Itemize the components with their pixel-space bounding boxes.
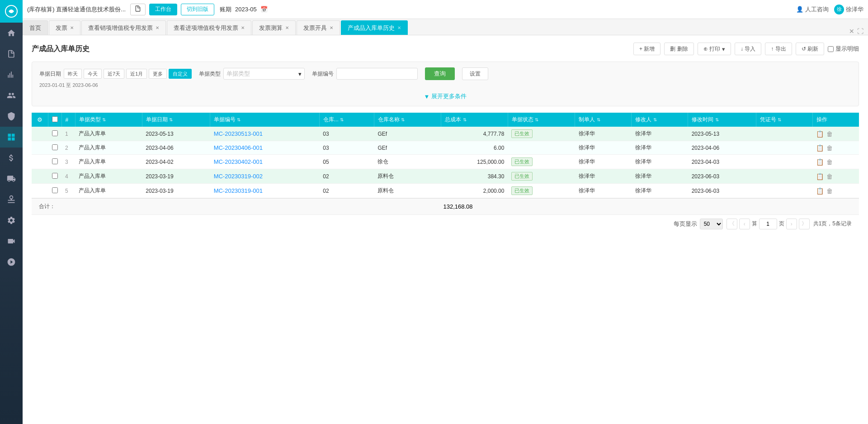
cell-number[interactable]: MC-20230513-001 — [210, 127, 320, 141]
delete-icon[interactable]: 🗑 — [826, 158, 833, 166]
delete-icon[interactable]: 🗑 — [826, 144, 833, 152]
number-link[interactable]: MC-20230406-001 — [214, 144, 263, 151]
col-warehouse-name[interactable]: 仓库名称 ⇅ — [374, 113, 441, 127]
tab-invoice-calc[interactable]: 发票测算 ✕ — [252, 20, 296, 35]
sidebar-item-home[interactable] — [0, 23, 23, 43]
tab-close-all-icon[interactable]: ✕ — [849, 28, 854, 35]
delete-icon[interactable]: 🗑 — [826, 130, 833, 138]
import-button[interactable]: ↓ 导入 — [735, 43, 761, 55]
delete-icon[interactable]: 🗑 — [826, 173, 833, 180]
number-link[interactable]: MC-20230402-001 — [214, 158, 263, 165]
cell-number[interactable]: MC-20230406-001 — [210, 141, 320, 155]
date-btn-more[interactable]: 更多 — [149, 69, 167, 79]
sidebar-item-shield[interactable] — [0, 106, 23, 127]
sidebar-item-warehouse[interactable] — [0, 168, 23, 189]
show-detail-toggle[interactable]: 显示明细 — [828, 45, 859, 53]
tab-invoice-open-close[interactable]: ✕ — [330, 25, 333, 30]
cell-checkbox[interactable] — [48, 155, 61, 169]
filter-setting-button[interactable]: 设置 — [462, 67, 488, 80]
date-btn-today[interactable]: 今天 — [84, 69, 102, 79]
query-button[interactable]: 查询 — [425, 67, 455, 80]
number-input[interactable] — [336, 68, 418, 80]
col-modify-time[interactable]: 修改时间 ⇅ — [688, 113, 756, 127]
sidebar-item-grid[interactable] — [0, 127, 23, 148]
col-voucher[interactable]: 凭证号 ⇅ — [756, 113, 812, 127]
help-link[interactable]: 👤 人工咨询 — [796, 5, 829, 14]
sidebar-item-people[interactable] — [0, 85, 23, 106]
sidebar-item-chart[interactable] — [0, 64, 23, 85]
tab-sales-vat-close[interactable]: ✕ — [156, 25, 159, 30]
tab-home[interactable]: 首页 — [23, 20, 48, 35]
workbench-button[interactable]: 工作台 — [149, 4, 177, 15]
edit-icon[interactable]: 📋 — [816, 173, 824, 180]
col-warehouse-code[interactable]: 仓库... ⇅ — [319, 113, 374, 127]
sidebar-item-gear[interactable] — [0, 210, 23, 231]
cell-checkbox[interactable] — [48, 184, 61, 198]
calendar-icon[interactable]: 📅 — [260, 6, 268, 13]
delete-button[interactable]: 删 删除 — [664, 43, 693, 55]
user-menu[interactable]: 徐 徐泽华 — [834, 5, 863, 14]
number-link[interactable]: MC-20230513-001 — [214, 130, 263, 137]
doc-icon-btn[interactable] — [130, 4, 146, 15]
tab-invoice-open[interactable]: 发票开具 ✕ — [297, 20, 340, 35]
edit-icon[interactable]: 📋 — [816, 130, 824, 138]
tab-sales-vat[interactable]: 查看销项增值税专用发票 ✕ — [81, 20, 166, 35]
row-checkbox[interactable] — [52, 158, 58, 164]
number-link[interactable]: MC-20230319-001 — [214, 187, 263, 194]
sidebar-item-money[interactable] — [0, 148, 23, 168]
tab-purchase-vat[interactable]: 查看进项增值税专用发票 ✕ — [167, 20, 251, 35]
company-selector[interactable]: (库存核算) 直播轻途通信息技术股份... ▾ — [27, 5, 127, 14]
col-type[interactable]: 单据类型 ⇅ — [75, 113, 142, 127]
show-detail-checkbox[interactable] — [828, 46, 834, 52]
col-number[interactable]: 单据编号 ⇅ — [210, 113, 320, 127]
type-select[interactable]: 单据类型 ▾ — [223, 68, 305, 80]
sidebar-item-version[interactable] — [0, 252, 23, 272]
tab-expand-icon[interactable]: ⛶ — [857, 28, 863, 35]
date-btn-custom[interactable]: 自定义 — [169, 69, 192, 79]
cell-checkbox[interactable] — [48, 141, 61, 155]
col-modifier[interactable]: 修改人 ⇅ — [632, 113, 688, 127]
switch-old-button[interactable]: 切到旧版 — [181, 4, 214, 15]
select-all-checkbox[interactable] — [52, 116, 58, 122]
sidebar-item-video[interactable] — [0, 231, 23, 252]
tab-purchase-vat-close[interactable]: ✕ — [241, 25, 245, 30]
refresh-button[interactable]: ↺ 刷新 — [796, 43, 824, 55]
col-creator[interactable]: 制单人 ⇅ — [575, 113, 632, 127]
new-button[interactable]: + 新增 — [633, 43, 660, 55]
tab-invoice[interactable]: 发票 ✕ — [49, 20, 80, 35]
cell-number[interactable]: MC-20230319-002 — [210, 169, 320, 184]
col-status[interactable]: 单据状态 ⇅ — [508, 113, 575, 127]
first-page-btn[interactable]: 《 — [726, 219, 737, 229]
next-page-btn[interactable]: › — [786, 219, 797, 229]
col-total-cost[interactable]: 总成本 ⇅ — [441, 113, 508, 127]
row-checkbox[interactable] — [52, 144, 58, 150]
delete-icon[interactable]: 🗑 — [826, 187, 833, 195]
cell-checkbox[interactable] — [48, 127, 61, 141]
col-settings[interactable]: ⚙ — [32, 113, 48, 127]
col-checkbox[interactable] — [48, 113, 61, 127]
tab-invoice-calc-close[interactable]: ✕ — [285, 25, 289, 30]
cell-number[interactable]: MC-20230319-001 — [210, 184, 320, 198]
tab-product-history-close[interactable]: ✕ — [397, 25, 401, 30]
expand-filter-button[interactable]: ▼ 展开更多条件 — [424, 92, 467, 100]
edit-icon[interactable]: 📋 — [816, 158, 824, 166]
col-date[interactable]: 单据日期 ⇅ — [142, 113, 210, 127]
date-btn-7days[interactable]: 近7天 — [104, 69, 124, 79]
edit-icon[interactable]: 📋 — [816, 144, 824, 152]
tab-invoice-close[interactable]: ✕ — [70, 25, 74, 30]
tab-product-history[interactable]: 产成品入库单历史 ✕ — [341, 20, 408, 35]
edit-icon[interactable]: 📋 — [816, 187, 824, 195]
row-checkbox[interactable] — [52, 130, 58, 136]
page-number-input[interactable] — [759, 219, 777, 229]
sidebar-item-stamp[interactable] — [0, 189, 23, 210]
per-page-select[interactable]: 50 10 20 100 — [700, 219, 723, 229]
last-page-btn[interactable]: 》 — [799, 219, 810, 229]
row-checkbox[interactable] — [52, 187, 58, 193]
sidebar-item-doc[interactable] — [0, 43, 23, 64]
number-link[interactable]: MC-20230319-002 — [214, 173, 263, 180]
date-btn-yesterday[interactable]: 昨天 — [64, 69, 82, 79]
cell-checkbox[interactable] — [48, 169, 61, 184]
prev-page-btn[interactable]: ‹ — [739, 219, 750, 229]
export-button[interactable]: ↑ 导出 — [765, 43, 792, 55]
print-button[interactable]: ⊕ 打印 ▾ — [698, 43, 731, 55]
